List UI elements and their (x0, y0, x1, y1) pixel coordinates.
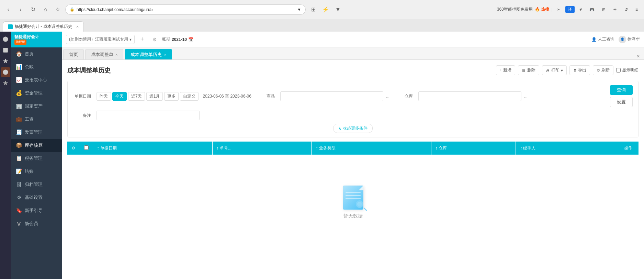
forward-button[interactable]: › (16, 5, 25, 14)
custom-date-btn[interactable]: 自定义 (180, 92, 199, 101)
today-btn[interactable]: 今天 (112, 92, 127, 101)
icon-bar-item-1[interactable] (1, 34, 10, 44)
select-all-checkbox[interactable] (84, 145, 89, 150)
sidebar-item-reports-label: 云报表中心 (25, 77, 47, 83)
company-settings-button[interactable]: ⚙ (150, 35, 159, 44)
sidebar-item-fixed-assets[interactable]: 🏢 固定资产 (11, 100, 62, 113)
tab-home[interactable]: 首页 (63, 49, 84, 59)
closing-icon: 📝 (16, 168, 22, 175)
tab-cost-adjust-close[interactable]: × (115, 53, 117, 57)
setting-filter-btn[interactable]: 设置 (610, 97, 633, 107)
warehouse-input[interactable] (418, 91, 521, 101)
address-dropdown-button[interactable]: ▼ (333, 5, 343, 14)
th-number[interactable]: ↕ 单号... (212, 142, 312, 155)
empty-illustration (338, 182, 369, 213)
tab-cost-adjust-history[interactable]: 成本调整单历史 × (125, 49, 172, 59)
address-bar[interactable]: 🔒 https://cloud.chanjet.com/accounting/u… (65, 4, 306, 15)
display-toggle[interactable]: 显示明细 (616, 67, 639, 73)
sidebar-item-invoices[interactable]: 🧾 发票管理 (11, 126, 62, 139)
period-label: 账期 (162, 36, 170, 42)
icon-bar-item-4[interactable] (1, 67, 10, 77)
sidebar-item-ledger[interactable]: 📊 总账 (11, 60, 62, 74)
th-date[interactable]: ↕ 单据日期 (93, 142, 212, 155)
undo-button[interactable]: ↺ (622, 6, 631, 13)
star-button[interactable]: ☆ (53, 5, 63, 14)
more-date-btn[interactable]: 更多 (164, 92, 179, 101)
th-warehouse[interactable]: ↕ 仓库 (431, 142, 516, 155)
new-btn[interactable]: + 新增 (496, 65, 515, 75)
grid-button[interactable]: ⊞ (599, 6, 608, 13)
close-window-btn[interactable]: × (633, 53, 644, 59)
goods-input[interactable] (280, 91, 383, 101)
filter-row-note: 备注 (73, 111, 633, 120)
company-name: (勿删勿禁用）江西服宝测试专用 (69, 36, 128, 42)
refresh-btn[interactable]: ↺ 刷新 (593, 65, 613, 75)
extensions-button[interactable]: ⊞ (308, 5, 318, 14)
coin-button[interactable]: ¥ (577, 6, 585, 13)
sidebar-item-membership[interactable]: V 畅会员 (11, 217, 62, 230)
page-title: 成本调整单历史 (67, 66, 111, 75)
translate-button[interactable]: 译 (565, 6, 575, 13)
brightness-button[interactable]: ☀ (610, 6, 620, 13)
svg-rect-1 (3, 48, 8, 53)
sidebar-item-closing[interactable]: 📝 结账 (11, 165, 62, 178)
print-btn[interactable]: 🖨 打印 ▾ (542, 65, 567, 75)
sidebar-item-reports[interactable]: 📈 云报表中心 (11, 74, 62, 87)
sidebar-item-inventory[interactable]: 📦 库存核算 (11, 139, 62, 152)
sidebar-item-funds[interactable]: 💰 资金管理 (11, 87, 62, 100)
export-btn[interactable]: ⬆ 导出 (569, 65, 590, 75)
goods-more-dots[interactable]: ... (386, 94, 389, 99)
browser-tab[interactable]: 畅捷通好会计 - 成本调整单历史 × (3, 21, 84, 32)
sidebar-item-archive-label: 归档管理 (25, 181, 43, 188)
sidebar-item-salary[interactable]: 💼 工资 (11, 113, 62, 126)
company-dropdown-icon: ▾ (129, 37, 132, 42)
menu-button[interactable]: ≡ (633, 6, 641, 13)
add-company-button[interactable]: + (137, 35, 147, 44)
delete-label: 删除 (527, 67, 535, 73)
goods-filter-label: 商品 (257, 93, 275, 99)
sidebar-item-guide[interactable]: 🔖 新手引导 (11, 204, 62, 217)
tab-close-btn[interactable]: × (76, 24, 79, 29)
date-filter-label: 单据日期 (73, 93, 91, 99)
th-checkbox[interactable] (80, 142, 93, 155)
warehouse-filter-label: 仓库 (395, 93, 413, 99)
warehouse-more-dots[interactable]: ... (524, 94, 528, 99)
collapse-btn[interactable]: ∧ 收起更多条件 (333, 124, 373, 133)
icon-bar-item-5[interactable] (1, 78, 10, 88)
home-button[interactable]: ⌂ (41, 5, 50, 14)
sidebar-item-inventory-label: 库存核算 (25, 142, 43, 148)
url-text: https://cloud.chanjet.com/accounting/uru… (77, 7, 295, 12)
icon-bar-item-2[interactable] (1, 45, 10, 55)
reload-button[interactable]: ↻ (28, 5, 38, 14)
lightning-button[interactable]: ⚡ (321, 5, 330, 14)
query-btn[interactable]: 查询 (610, 85, 633, 95)
sidebar-item-home[interactable]: 🏠 首页 (11, 47, 62, 60)
page-body: 成本调整单历史 + 新增 🗑 删除 🖨 打印 ▾ ⬆ 导出 (62, 60, 644, 279)
user-button[interactable]: 👤 徐泽华 (619, 36, 640, 43)
back-button[interactable]: ‹ (3, 5, 13, 14)
sidebar-item-tax[interactable]: 📋 税务管理 (11, 152, 62, 165)
print-icon: 🖨 (546, 68, 550, 73)
consult-button[interactable]: 👤 人工咨询 (591, 36, 614, 42)
data-table: ⚙ ↕ 单据日期 ↕ 单号... (67, 142, 639, 233)
scissors-button[interactable]: ✂ (554, 6, 563, 13)
month1-btn[interactable]: 近1月 (146, 92, 163, 101)
game-button[interactable]: 🎮 (587, 6, 597, 13)
week7-btn[interactable]: 近7天 (128, 92, 145, 101)
display-toggle-checkbox[interactable] (616, 68, 621, 72)
sidebar-item-archive[interactable]: 🗄 归档管理 (11, 178, 62, 191)
th-gear[interactable]: ⚙ (67, 142, 80, 155)
tab-cost-adjust-history-close[interactable]: × (164, 53, 166, 57)
page-tabs: 首页 成本调整单 × 成本调整单历史 × × (62, 47, 644, 60)
sidebar-item-basic[interactable]: ⚙ 基础设置 (11, 191, 62, 204)
note-input[interactable] (97, 111, 200, 120)
delete-btn[interactable]: 🗑 删除 (518, 65, 539, 75)
tab-cost-adjust[interactable]: 成本调整单 × (85, 49, 123, 59)
yesterday-btn[interactable]: 昨天 (97, 92, 111, 101)
empty-state: 暂无数据 (67, 155, 639, 233)
icon-bar-item-3[interactable] (1, 56, 10, 66)
th-biz-type[interactable]: ↕ 业务类型 (312, 142, 431, 155)
calendar-icon[interactable]: 📅 (188, 37, 193, 42)
company-select[interactable]: (勿删勿禁用）江西服宝测试专用 ▾ (66, 35, 135, 44)
th-handler[interactable]: ↕ 经手人 (516, 142, 618, 155)
